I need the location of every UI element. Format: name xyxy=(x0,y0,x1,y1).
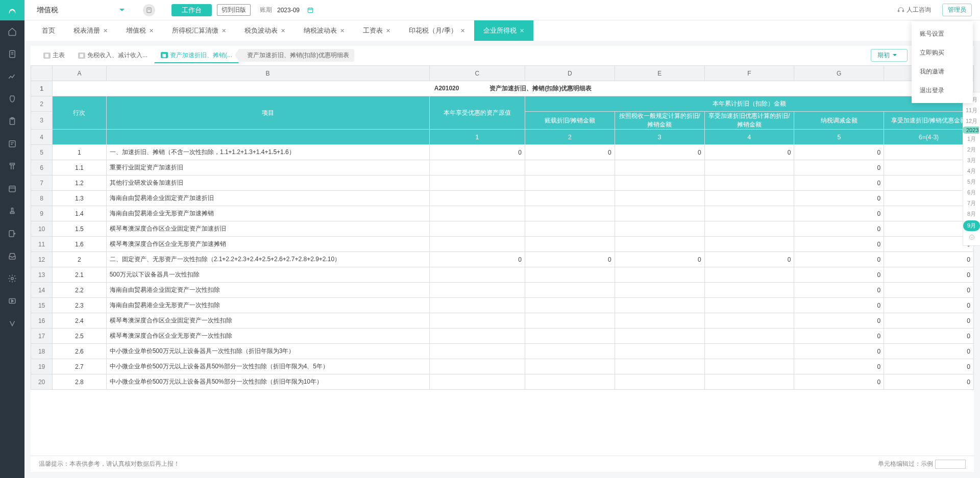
cell[interactable] xyxy=(615,160,704,175)
chevron-down-icon[interactable] xyxy=(967,232,977,243)
period-dropdown[interactable]: 期初 xyxy=(871,49,908,62)
cell[interactable] xyxy=(704,267,794,283)
menu-my-invite[interactable]: 我的邀请 xyxy=(912,62,973,81)
cell[interactable] xyxy=(704,313,794,329)
month-prev[interactable]: 11月 xyxy=(963,105,980,116)
cell[interactable]: 0 xyxy=(794,252,884,267)
cell[interactable] xyxy=(525,237,615,252)
cell[interactable]: 0 xyxy=(884,283,974,298)
row-head[interactable]: 14 xyxy=(31,283,53,298)
cell[interactable]: 海南自由贸易港企业无形资产加速摊销 xyxy=(106,206,429,221)
cell[interactable] xyxy=(615,344,704,359)
cell[interactable] xyxy=(429,267,525,283)
grid-table[interactable]: ABCDEFGH 1A201020资产加速折旧、摊销(扣除)优惠明细表2行次项目… xyxy=(31,65,974,390)
subtab-main[interactable]: ▦主表 xyxy=(37,48,71,63)
cell[interactable]: 横琴粤澳深度合作区企业固定资产一次性扣除 xyxy=(106,313,429,329)
cell[interactable]: 0 xyxy=(429,145,525,160)
row-head[interactable]: 18 xyxy=(31,344,53,359)
row-head[interactable]: 19 xyxy=(31,359,53,374)
close-icon[interactable]: ✕ xyxy=(103,28,108,34)
period-value[interactable]: 2023-09 xyxy=(277,7,300,14)
cell[interactable]: 海南自由贸易港企业固定资产一次性扣除 xyxy=(106,283,429,298)
cell[interactable]: 0 xyxy=(794,191,884,206)
cell[interactable]: 0 xyxy=(615,252,704,267)
close-icon[interactable]: ✕ xyxy=(340,28,345,34)
tab-0[interactable]: 首页 xyxy=(33,20,64,41)
cell[interactable]: 1.6 xyxy=(53,237,106,252)
cell[interactable]: 一、加速折旧、摊销（不含一次性扣除，1.1+1.2+1.3+1.4+1.5+1.… xyxy=(106,145,429,160)
cell[interactable] xyxy=(704,283,794,298)
workbench-button[interactable]: 工作台 xyxy=(172,4,212,16)
close-icon[interactable]: ✕ xyxy=(281,28,285,34)
cell[interactable] xyxy=(525,160,615,175)
cell[interactable]: 0 xyxy=(794,267,884,283)
cell[interactable] xyxy=(704,160,794,175)
col-head[interactable]: C xyxy=(429,66,525,81)
cell[interactable] xyxy=(615,313,704,329)
row-head[interactable]: 2 xyxy=(31,96,53,112)
nav-clipboard[interactable] xyxy=(0,110,24,133)
cell[interactable] xyxy=(615,374,704,390)
cell[interactable] xyxy=(525,191,615,206)
cell[interactable] xyxy=(525,313,615,329)
cell[interactable] xyxy=(704,221,794,237)
col-head[interactable]: A xyxy=(53,66,106,81)
cell[interactable] xyxy=(704,237,794,252)
cell[interactable]: 2.7 xyxy=(53,359,106,374)
cell[interactable]: 0 xyxy=(884,237,974,252)
module-title[interactable]: 增值税 xyxy=(37,6,58,15)
cell[interactable]: 0 xyxy=(884,374,974,390)
cell[interactable]: 0 xyxy=(794,237,884,252)
cell[interactable]: 0 xyxy=(794,313,884,329)
nav-video[interactable] xyxy=(0,290,24,312)
month-item[interactable]: 7月 xyxy=(963,198,980,209)
nav-calendar[interactable] xyxy=(0,178,24,200)
cell[interactable]: 0 xyxy=(884,160,974,175)
cell[interactable] xyxy=(704,374,794,390)
cell[interactable] xyxy=(429,283,525,298)
app-logo[interactable] xyxy=(0,0,24,20)
cell[interactable] xyxy=(525,374,615,390)
col-head[interactable]: G xyxy=(794,66,884,81)
row-head[interactable]: 16 xyxy=(31,313,53,329)
cell[interactable]: 中小微企业单价500万元以上设备器具50%部分一次性扣除（折旧年限为4、5年） xyxy=(106,359,429,374)
col-head[interactable]: F xyxy=(704,66,794,81)
chevron-down-icon[interactable] xyxy=(119,9,125,14)
tab-8[interactable]: 企业所得税✕ xyxy=(474,20,533,41)
cell[interactable]: 0 xyxy=(884,206,974,221)
row-head[interactable]: 9 xyxy=(31,206,53,221)
row-head[interactable]: 11 xyxy=(31,237,53,252)
row-head[interactable]: 1 xyxy=(31,81,53,96)
cell[interactable]: 0 xyxy=(615,145,704,160)
cell[interactable] xyxy=(615,206,704,221)
cell[interactable]: 1.1 xyxy=(53,160,106,175)
cell[interactable] xyxy=(615,267,704,283)
month-item[interactable]: 3月 xyxy=(963,155,980,166)
row-head[interactable]: 13 xyxy=(31,267,53,283)
menu-logout[interactable]: 退出登录 xyxy=(912,81,973,100)
close-icon[interactable]: ✕ xyxy=(222,28,226,34)
nav-form[interactable] xyxy=(0,133,24,155)
cell[interactable]: 1.5 xyxy=(53,221,106,237)
cell[interactable]: 0 xyxy=(794,145,884,160)
col-head[interactable] xyxy=(31,66,53,81)
cell[interactable]: 2.5 xyxy=(53,329,106,344)
cell[interactable]: 2.1 xyxy=(53,267,106,283)
tab-3[interactable]: 所得税汇算清缴✕ xyxy=(163,20,235,41)
nav-tax[interactable] xyxy=(0,155,24,178)
cell[interactable]: 0 xyxy=(794,344,884,359)
cell[interactable] xyxy=(525,344,615,359)
cell[interactable] xyxy=(525,283,615,298)
close-icon[interactable]: ✕ xyxy=(460,28,465,34)
cell[interactable] xyxy=(429,359,525,374)
cell[interactable]: 1.3 xyxy=(53,191,106,206)
subtab-asset-accel[interactable]: ▦资产加速折旧、摊销(... xyxy=(154,48,239,63)
switch-old-button[interactable]: 切到旧版 xyxy=(217,4,251,16)
cell[interactable] xyxy=(525,221,615,237)
cell[interactable]: 1.4 xyxy=(53,206,106,221)
cell[interactable]: 0 xyxy=(884,191,974,206)
nav-doc[interactable] xyxy=(0,43,24,65)
cell[interactable]: 0 xyxy=(884,267,974,283)
cell[interactable]: 0 xyxy=(794,221,884,237)
support-link[interactable]: 人工咨询 xyxy=(897,6,931,14)
